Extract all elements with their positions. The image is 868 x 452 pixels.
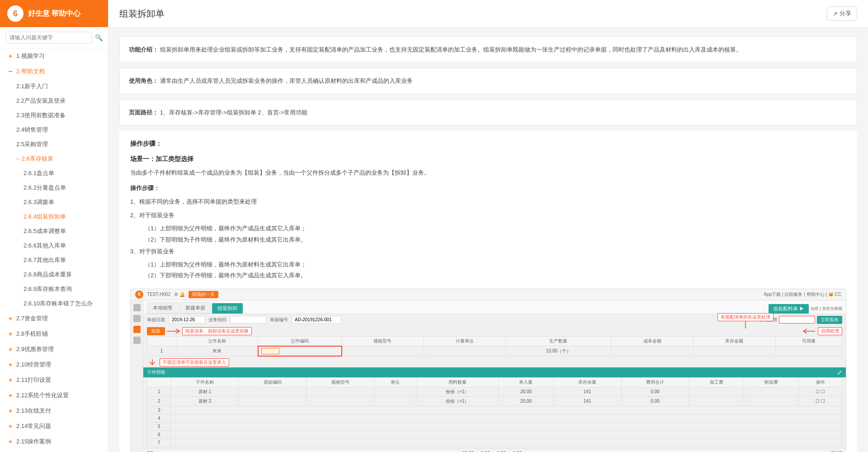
mock-input-org[interactable] bbox=[230, 316, 266, 324]
sidebar-item-label: 2.帮助文档 bbox=[16, 67, 45, 76]
minus-icon: − bbox=[7, 68, 14, 75]
sidebar-item-docs[interactable]: − 2.帮助文档 bbox=[0, 64, 108, 79]
scenario1-desc: 当由多个子件材料组装成一个成品的业务为【组装】业务，当由一个父件拆分成多个子产品… bbox=[130, 167, 846, 179]
sidebar-item-261[interactable]: 2.6.1盘点单 bbox=[0, 166, 108, 181]
sidebar-item-27[interactable]: + 2.7资金管理 bbox=[0, 311, 108, 326]
mock-cth-spec: 规格型号 bbox=[307, 377, 374, 387]
mock-cth-proc-fee: 加工费 bbox=[689, 377, 744, 387]
sidebar-item-268[interactable]: 2.6.8商品成本重算 bbox=[0, 267, 108, 282]
plus-icon-214: + bbox=[7, 423, 14, 429]
arrow-svg-3 bbox=[147, 359, 158, 366]
mock-ctd-empty7 bbox=[171, 438, 842, 447]
sidebar-item-264[interactable]: 2.6.4组装拆卸单 bbox=[0, 209, 108, 224]
arrow-svg-2 bbox=[802, 328, 816, 334]
mock-logo: 6 bbox=[135, 290, 143, 299]
mock-ctd-op2: ☐ ☐ bbox=[799, 396, 842, 406]
content-area: 功能介绍： 组装拆卸单用来处理企业组装或拆卸等加工业务，支持有固定装配清单的产品… bbox=[108, 28, 868, 452]
plus-icon-215: + bbox=[7, 438, 14, 445]
sidebar-item-26[interactable]: − 2.6库存核算 bbox=[0, 152, 108, 166]
mock-topbar-right: App下载 | 自助服务 | 帮助中心 | 🐱 CC bbox=[764, 291, 841, 298]
mock-topbar-left: 6 TEST-H002 ⚙ 🔔 同我的一天 bbox=[135, 290, 218, 299]
plus-icon-210: + bbox=[7, 362, 14, 368]
mock-th-stock-amt: 库存金额 bbox=[693, 336, 776, 346]
logo-icon: 6 bbox=[7, 5, 24, 22]
sidebar-item-265[interactable]: 2.6.5成本调整单 bbox=[0, 224, 108, 238]
sidebar-item-2610[interactable]: 2.6.10库存账本错了怎么办 bbox=[0, 296, 108, 311]
mock-parent-table-wrap: 父件名称 父件编码 规格型号 计量单位 生产数量 成本金额 库存金额 可用量 bbox=[143, 336, 846, 358]
mock-child-thead: 子件名称 原始编码 规格型号 单位 用料数量 单入量 库存余量 费用合计 加工费 bbox=[147, 377, 842, 387]
mock-child-table-wrap: 子件名称 原始编码 规格型号 单位 用料数量 单入量 库存余量 费用合计 加工费 bbox=[143, 377, 846, 449]
mock-supply-input[interactable] bbox=[779, 316, 815, 324]
mock-tab-extra: 估价 | 另存为单据 bbox=[811, 306, 842, 312]
sidebar-item-29[interactable]: + 2.9优惠券管理 bbox=[0, 342, 108, 357]
sidebar-item-211[interactable]: + 2.11打印设置 bbox=[0, 372, 108, 388]
mock-ctd-empty5 bbox=[171, 422, 842, 430]
mock-cth-stock-rem: 库存余量 bbox=[553, 377, 621, 387]
mock-bottom-bar: 0/0 89.00 0.00 0.00 0.00 89.00 bbox=[143, 449, 846, 452]
page-title: 组装拆卸单 bbox=[119, 8, 165, 20]
mock-confirm-btn: 立即发布 bbox=[817, 316, 842, 324]
sidebar-item-215[interactable]: + 2.15操作案例 bbox=[0, 434, 108, 449]
mock-tabs: 本地销售 新建单据 组装拆卸 选装配料单 ▶ 估价 | 另存为单据 bbox=[143, 300, 846, 314]
sidebar-item-22[interactable]: 2.2产品安装及登录 bbox=[0, 94, 108, 108]
mock-expand-icon: ⤢ bbox=[837, 369, 842, 376]
mock-ctd-name2: 原材 2 bbox=[171, 396, 239, 406]
mock-child-tbody: 1 原材 1 份份（+1） 20.00 141 0.00 bbox=[147, 387, 842, 447]
sidebar-item-266[interactable]: 2.6.6其他入库单 bbox=[0, 238, 108, 253]
mock-input-num[interactable] bbox=[292, 316, 341, 324]
sidebar-item-210[interactable]: + 2.10经营管理 bbox=[0, 357, 108, 372]
nav-section: + 1.视频学习 − 2.帮助文档 2.1新手入门 2.2产品安装及登录 2.3… bbox=[0, 48, 108, 449]
sidebar-item-23[interactable]: 2.3使用前数据准备 bbox=[0, 108, 108, 123]
mock-ctd-unit2 bbox=[374, 396, 416, 406]
mock-th-available: 可用量 bbox=[775, 336, 842, 346]
mock-ctd-idx6: 6 bbox=[147, 430, 171, 438]
mock-child-row-4: 4 bbox=[147, 414, 842, 422]
mock-ctd-idx5: 5 bbox=[147, 422, 171, 430]
step2-2: （2）下部明细为子件明细，最终作为原材料生成其它出库单。 bbox=[145, 234, 846, 246]
step3-2: （2）下部明细为子件明细，最终作为产成品生成其它入库单。 bbox=[145, 270, 846, 281]
mock-ctd-idx1: 1 bbox=[147, 387, 171, 396]
mock-right-icons: App下载 | 自助服务 | 帮助中心 | 🐱 CC bbox=[764, 291, 841, 298]
mock-ctd-op1: ☐ ☐ bbox=[799, 387, 842, 396]
sidebar-item-212[interactable]: + 2.12系统个性化设置 bbox=[0, 388, 108, 403]
sidebar-item-28[interactable]: + 2.8手机旺铺 bbox=[0, 326, 108, 342]
sidebar-item-25[interactable]: 2.5采购管理 bbox=[0, 137, 108, 152]
search-button[interactable]: 🔍 bbox=[95, 34, 103, 41]
sidebar-item-213[interactable]: + 2.13在线支付 bbox=[0, 403, 108, 419]
sidebar-item-21[interactable]: 2.1新手入门 bbox=[0, 79, 108, 94]
mock-ctd-unit1 bbox=[374, 387, 416, 396]
sidebar-item-269[interactable]: 2.6.9库存账本查询 bbox=[0, 282, 108, 296]
step1: 1、根据不同的业务，选择不同单据的类型来处理 bbox=[130, 196, 846, 208]
mock-ctd-single1: 20.00 bbox=[499, 387, 554, 396]
step3: 3、对于拆装业务 bbox=[130, 246, 846, 257]
screenshot-container: 6 TEST-H002 ⚙ 🔔 同我的一天 App下载 | 自助服务 | 帮助中… bbox=[130, 289, 846, 452]
sidebar-item-label: 1.视频学习 bbox=[16, 52, 45, 60]
sidebar-item-214[interactable]: + 2.14常见问题 bbox=[0, 419, 108, 434]
main-section: 操作步骤： 场景一：加工类型选择 当由多个子件材料组装成一个成品的业务为【组装】… bbox=[119, 131, 857, 452]
annotation4-text: 组装业务、拆卸业务在这里切换 bbox=[182, 327, 252, 335]
sidebar-item-263[interactable]: 2.6.3调拨单 bbox=[0, 195, 108, 209]
mock-td-avail bbox=[775, 346, 842, 356]
mock-input-date[interactable] bbox=[169, 316, 205, 324]
mock-td-cost-amt bbox=[611, 346, 693, 356]
sidebar-item-262[interactable]: 2.6.2分量盘点单 bbox=[0, 181, 108, 195]
main-content: 组装拆卸单 ↗ 分享 功能介绍： 组装拆卸单用来处理企业组装或拆卸等加工业务，支… bbox=[108, 0, 868, 452]
sidebar-item-24[interactable]: 2.4销售管理 bbox=[0, 123, 108, 137]
plus-icon-28: + bbox=[7, 331, 14, 337]
search-box[interactable]: 🔍 bbox=[0, 27, 108, 48]
mock-ctd-name1: 原材 1 bbox=[171, 387, 239, 396]
mock-child-header: 子件明细 ⤢ bbox=[143, 367, 846, 377]
mock-cth-use-qty: 用料数量 bbox=[416, 377, 499, 387]
mock-topbar-icons: ⚙ 🔔 bbox=[174, 292, 185, 297]
sidebar-item-267[interactable]: 2.6.7其他出库单 bbox=[0, 253, 108, 267]
search-input[interactable] bbox=[5, 32, 92, 43]
func-intro-block: 功能介绍： 组装拆卸单用来处理企业组装或拆卸等加工业务，支持有固定装配清单的产品… bbox=[119, 37, 857, 62]
mock-icon2 bbox=[133, 315, 141, 322]
path-block: 页面路径： 1、库存核算->库存管理->组装拆卸单 2、首页->常用功能 bbox=[119, 100, 857, 125]
sidebar-item-video[interactable]: + 1.视频学习 bbox=[0, 48, 108, 64]
mock-cth-op: 操作 bbox=[799, 377, 842, 387]
mock-th-spec: 规格型号 bbox=[342, 336, 424, 346]
mock-child-header-row: 子件名称 原始编码 规格型号 单位 用料数量 单入量 库存余量 费用合计 加工费 bbox=[147, 377, 842, 387]
share-button[interactable]: ↗ 分享 bbox=[827, 6, 857, 21]
mock-btn-select: 选装配料单 ▶ bbox=[769, 304, 809, 314]
